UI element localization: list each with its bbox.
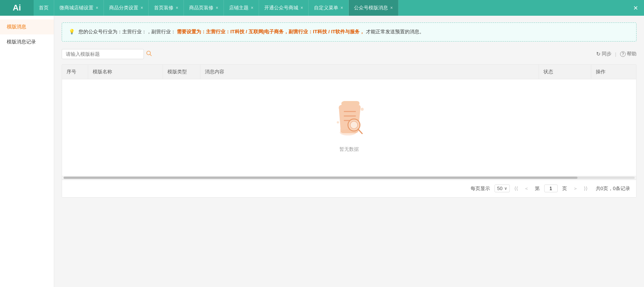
notice-prefix: 您的公众号行业为：主营行业：，副营行业： xyxy=(78,29,176,34)
nav-tab-custommenu[interactable]: 自定义菜单 × xyxy=(309,0,349,16)
top-nav-bar: Ai 首页 微商城店铺设置 × 商品分类设置 × 首页装修 × 商品页装修 × … xyxy=(0,0,644,16)
sync-button[interactable]: ↻ 同步 xyxy=(596,51,611,57)
nav-tab-label: 商品页装修 xyxy=(189,4,213,11)
close-icon[interactable]: × xyxy=(216,5,218,10)
search-input[interactable] xyxy=(62,49,144,59)
page-number-input[interactable] xyxy=(544,184,558,192)
help-label: 帮助 xyxy=(627,51,637,57)
close-icon[interactable]: × xyxy=(390,5,393,10)
svg-line-8 xyxy=(358,129,362,134)
main-layout: 模版消息 模版消息记录 💡 您的公众号行业为：主营行业：，副营行业： 需要设置为… xyxy=(0,16,644,287)
svg-point-9 xyxy=(361,108,364,111)
pagination: 每页显示 50 ∨ ⟨⟨ ＜ 第 页 ＞ ⟩⟩ xyxy=(62,180,636,197)
search-right: ↻ 同步 | ? 帮助 xyxy=(596,51,637,57)
notice-suffix: 才能正常发送预置的消息。 xyxy=(366,29,424,34)
col-header-content: 消息内容 xyxy=(200,65,539,79)
nav-tab-homepage[interactable]: 首页装修 × xyxy=(149,0,184,16)
search-icon xyxy=(146,51,152,57)
nav-tab-theme[interactable]: 店铺主题 × xyxy=(224,0,259,16)
content-area: 💡 您的公众号行业为：主营行业：，副营行业： 需要设置为：主营行业：IT科技 /… xyxy=(54,16,644,287)
help-icon: ? xyxy=(620,51,626,57)
col-header-name: 模版名称 xyxy=(88,65,163,79)
sidebar-item-template-records[interactable]: 模版消息记录 xyxy=(0,34,54,49)
table-header: 序号 模版名称 模版类型 消息内容 状态 操作 xyxy=(62,65,636,79)
next-page-button[interactable]: ＞ xyxy=(571,184,579,193)
notice-highlight: 需要设置为：主营行业：IT科技 / 互联网|电子商务，副营行业：IT科技 / I… xyxy=(177,29,364,34)
nav-tab-label: 首页装修 xyxy=(154,4,173,11)
scroll-thumb xyxy=(64,177,577,179)
sidebar-item-template-msg[interactable]: 模版消息 xyxy=(0,19,54,34)
close-all-button[interactable]: ✕ xyxy=(627,0,644,16)
nav-tab-label: 微商城店铺设置 xyxy=(59,4,93,11)
col-header-type: 模版类型 xyxy=(163,65,200,79)
empty-text: 暂无数据 xyxy=(339,146,359,153)
prev-page-button[interactable]: ＜ xyxy=(523,184,530,193)
col-header-action: 操作 xyxy=(591,65,636,79)
first-page-button[interactable]: ⟨⟨ xyxy=(513,185,520,192)
close-icon[interactable]: × xyxy=(96,5,98,10)
svg-point-7 xyxy=(350,121,358,129)
nav-tab-label: 自定义菜单 xyxy=(314,4,338,11)
close-icon[interactable]: × xyxy=(341,5,343,10)
page-unit: 页 xyxy=(562,185,567,192)
nav-tab-label: 商品分类设置 xyxy=(109,4,138,11)
horizontal-scrollbar[interactable] xyxy=(62,176,636,180)
page-size-value: 50 xyxy=(497,186,502,191)
nav-tab-template[interactable]: 公众号模版消息 × xyxy=(349,0,398,16)
nav-tab-home[interactable]: 首页 xyxy=(34,0,54,16)
close-icon[interactable]: × xyxy=(301,5,303,10)
nav-tab-label: 公众号模版消息 xyxy=(354,4,388,11)
search-bar: ↻ 同步 | ? 帮助 xyxy=(62,49,637,59)
page-size-select[interactable]: 50 ∨ xyxy=(494,184,509,192)
last-page-button[interactable]: ⟩⟩ xyxy=(582,185,589,192)
divider: | xyxy=(615,51,616,57)
nav-tab-mall[interactable]: 开通公众号商城 × xyxy=(259,0,309,16)
empty-state-icon xyxy=(329,98,370,139)
sidebar: 模版消息 模版消息记录 xyxy=(0,16,54,287)
app-logo: Ai xyxy=(0,0,34,16)
search-button[interactable] xyxy=(146,51,152,58)
help-button[interactable]: ? 帮助 xyxy=(620,51,637,57)
scroll-track xyxy=(64,177,635,179)
close-icon[interactable]: × xyxy=(141,5,143,10)
col-header-seq: 序号 xyxy=(62,65,88,79)
nav-tab-category[interactable]: 商品分类设置 × xyxy=(104,0,149,16)
data-table: 序号 模版名称 模版类型 消息内容 状态 操作 xyxy=(62,64,637,198)
svg-point-10 xyxy=(337,121,339,123)
total-records-label: 共0页，0条记录 xyxy=(596,185,630,192)
nav-tab-label: 开通公众号商城 xyxy=(264,4,298,11)
sync-icon: ↻ xyxy=(596,51,601,57)
nav-tab-label: 店铺主题 xyxy=(229,4,249,11)
notice-box: 💡 您的公众号行业为：主营行业：，副营行业： 需要设置为：主营行业：IT科技 /… xyxy=(62,22,637,42)
close-icon[interactable]: × xyxy=(176,5,178,10)
notice-icon: 💡 xyxy=(69,29,75,34)
nav-tab-wshop[interactable]: 微商城店铺设置 × xyxy=(54,0,104,16)
nav-tab-label: 首页 xyxy=(39,4,49,11)
dropdown-icon: ∨ xyxy=(504,186,507,191)
empty-state: 暂无数据 xyxy=(62,79,636,175)
close-icon[interactable]: × xyxy=(251,5,253,10)
col-header-status: 状态 xyxy=(539,65,591,79)
search-left xyxy=(62,49,152,59)
page-size-label: 每页显示 xyxy=(471,185,490,192)
nav-tab-productpage[interactable]: 商品页装修 × xyxy=(184,0,224,16)
svg-line-1 xyxy=(150,54,152,56)
sync-label: 同步 xyxy=(602,51,611,57)
page-prefix: 第 xyxy=(535,185,540,192)
